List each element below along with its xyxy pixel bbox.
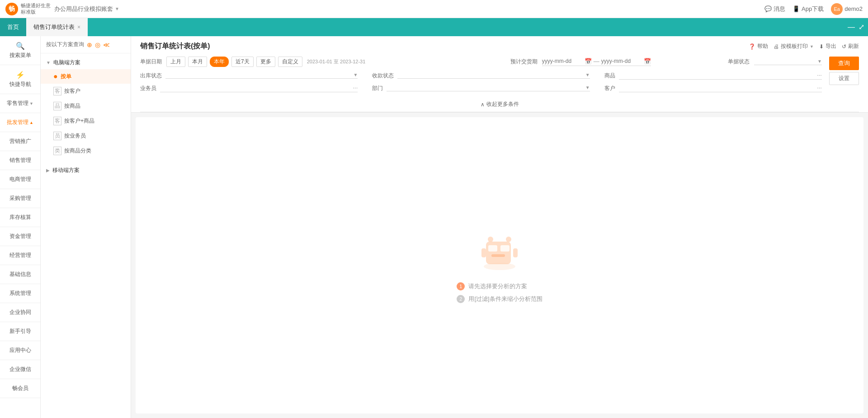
collapse-bar[interactable]: ∧ 收起更多条件 [140,97,859,112]
svg-rect-3 [500,245,509,252]
scheme-by-category[interactable]: 类 按商品分类 [41,143,131,158]
product-select[interactable]: ··· [619,71,822,80]
svg-point-6 [506,237,511,242]
tab-minimize-btn[interactable]: — [848,24,855,31]
date-filter-group: 上月 本月 本年 近7天 更多 自定义 [166,57,302,67]
delivery-select[interactable]: ▼ [165,72,358,79]
sidebar-item-operations[interactable]: 经营管理 [0,246,40,265]
sidebar-item-inventory[interactable]: 库存核算 [0,208,40,227]
svg-point-5 [488,237,493,242]
filter-action-col: 查询 设置 [829,57,859,85]
sidebar-item-appstore[interactable]: 应用中心 [0,341,40,360]
sidebar-item-sales[interactable]: 销售管理 [0,151,40,170]
by-cust-prod-icon: 客 [53,117,61,125]
sidebar-item-label-enterprise: 企业协同 [9,309,31,316]
sidebar-item-purchase[interactable]: 采购管理 [0,189,40,208]
empty-state: 1 请先选择要分析的方案 2 用[过滤]条件来缩小分析范围 [136,117,863,413]
scheme-by-customer[interactable]: 客 按客户 [41,84,131,99]
expected-date-calendar2-icon[interactable]: 📅 [644,58,651,65]
collapse-conditions-btn[interactable]: ∧ 收起更多条件 [481,100,519,108]
print-btn[interactable]: 🖨 按模板打印 ▼ [774,43,814,50]
customer-ellipsis-icon[interactable]: ··· [817,84,822,91]
prev-month-btn[interactable]: 上月 [166,57,185,67]
this-month-btn[interactable]: 本月 [188,57,207,67]
status-label: 单据状态 [728,58,750,66]
sidebar-item-wholesale[interactable]: 批发管理 ▲ [0,113,40,132]
expected-date-to[interactable] [601,58,642,64]
tab-sales-stats[interactable]: 销售订单统计表 × [26,18,88,36]
sidebar-item-basic[interactable]: 基础信息 [0,265,40,284]
help-btn[interactable]: ❓ 帮助 [749,43,768,50]
user-area[interactable]: Ea demo2 [831,3,863,15]
custom-date-btn[interactable]: 自定义 [278,57,302,67]
scheme-by-order[interactable]: ● 按单 [41,69,131,84]
salesperson-ellipsis-icon[interactable]: ··· [353,84,358,91]
expected-date-calendar-icon[interactable]: 📅 [585,58,592,65]
pc-scheme-group[interactable]: ▼ 电脑端方案 [41,56,131,69]
export-btn[interactable]: ⬇ 导出 [819,43,836,50]
scheme-by-salesperson[interactable]: 员 按业务员 [41,128,131,143]
empty-steps: 1 请先选择要分析的方案 2 用[过滤]条件来缩小分析范围 [457,282,542,303]
top-bar-right: 💬 消息 📱 App下载 Ea demo2 [764,3,863,15]
app-download-btn[interactable]: 📱 App下载 [793,5,824,13]
salesperson-select[interactable]: ··· [160,84,358,92]
customer-select[interactable]: ··· [619,84,822,92]
logo-area: 畅 畅捷通好生意 标准版 [5,3,51,15]
page-title-row: 销售订单统计表(按单) ❓ 帮助 🖨 按模板打印 ▼ ⬇ [140,42,859,51]
status-select[interactable]: ▼ [754,59,822,65]
step1-num: 1 [457,282,465,290]
by-order-icon: ● [53,72,58,81]
tab-maximize-btn[interactable]: ⤢ [859,24,864,31]
app-download-label: App下载 [802,5,824,13]
sidebar-item-wechat[interactable]: 企业微信 [0,360,40,379]
product-ellipsis-icon[interactable]: ··· [817,71,822,78]
status-select-arrow: ▼ [817,59,822,64]
svg-rect-7 [481,248,486,257]
sidebar-item-label-ops: 经营管理 [9,252,31,259]
date-range-text: 2023-01-01 至 2023-12-31 [307,58,366,65]
print-label: 按模板打印 [781,43,808,50]
sidebar-item-system[interactable]: 系统管理 [0,284,40,303]
sidebar-item-label-newbie: 新手引导 [9,328,31,335]
sidebar-item-quick-nav[interactable]: ⚡ 快捷导航 [0,65,40,94]
empty-step-2: 2 用[过滤]条件来缩小分析范围 [457,295,542,303]
department-select[interactable]: ▼ [387,85,590,91]
this-year-btn[interactable]: 本年 [210,57,229,67]
scheme-by-customer-label: 按客户 [64,87,80,95]
logo-icon: 畅 [5,3,18,15]
scheme-by-product[interactable]: 品 按商品 [41,99,131,114]
payment-select[interactable]: ▼ [397,72,590,79]
refresh-btn[interactable]: ↺ 刷新 [842,43,859,50]
mobile-scheme-group[interactable]: ▶ 移动端方案 [41,164,131,177]
tab-home-label: 首页 [7,23,19,31]
by-salesperson-icon: 员 [53,132,61,140]
query-btn[interactable]: 查询 [829,57,859,70]
last7-btn[interactable]: 近7天 [231,57,254,67]
left-panel: 按以下方案查询 ⊕ ◎ ≪ ▼ 电脑端方案 ● 按单 客 按客户 [41,36,131,418]
sidebar-item-vip[interactable]: 畅会员 [0,379,40,398]
sidebar-item-finance[interactable]: 资金管理 [0,227,40,246]
sidebar-item-marketing[interactable]: 营销推广 [0,132,40,151]
settings-scheme-icon[interactable]: ◎ [95,41,100,48]
more-date-btn[interactable]: 更多 [256,57,275,67]
expected-date-from[interactable] [542,58,583,64]
main-layout: 🔍 搜索菜单 ⚡ 快捷导航 零售管理 ▼ 批发管理 ▲ 营销推广 销售管理 电商… [0,36,868,418]
scheme-by-cust-prod[interactable]: 客 按客户+商品 [41,114,131,128]
sidebar-item-enterprise[interactable]: 企业协同 [0,303,40,322]
sidebar-item-ecommerce[interactable]: 电商管理 [0,170,40,189]
tab-home[interactable]: 首页 [0,18,26,36]
add-scheme-icon[interactable]: ⊕ [87,41,92,48]
collapse-panel-icon[interactable]: ≪ [103,41,110,48]
sidebar-item-retail[interactable]: 零售管理 ▼ [0,94,40,113]
tab-close-icon[interactable]: × [77,24,80,30]
page-actions: ❓ 帮助 🖨 按模板打印 ▼ ⬇ 导出 ↺ [749,43,859,50]
logo-text: 畅捷通好生意 标准版 [21,3,51,14]
breadcrumb-dropdown-icon[interactable]: ▼ [115,6,119,11]
pc-scheme-label: 电脑端方案 [53,59,80,66]
settings-btn[interactable]: 设置 [829,72,859,85]
sidebar-item-label-finance: 资金管理 [9,233,31,240]
sidebar-item-newbie[interactable]: 新手引导 [0,322,40,341]
message-btn[interactable]: 💬 消息 [764,5,785,13]
scheme-by-cust-prod-label: 按客户+商品 [64,117,94,125]
sidebar-item-search-menu[interactable]: 🔍 搜索菜单 [0,36,40,65]
